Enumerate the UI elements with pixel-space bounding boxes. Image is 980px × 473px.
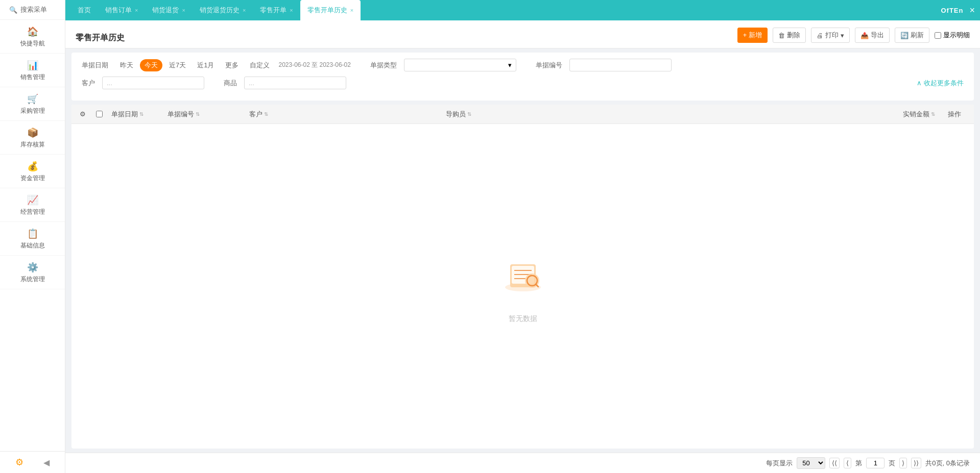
tab-sales-return-history[interactable]: 销货退货历史 × — [193, 0, 253, 20]
brand-label: OfTEn — [941, 7, 963, 14]
sidebar-item-operations[interactable]: 📈 经营管理 — [0, 188, 65, 222]
filter-area: 单据日期 昨天 今天 近7天 近1月 更多 自定义 2023-06-02 至 2… — [71, 53, 974, 101]
date-btn-yesterday[interactable]: 昨天 — [115, 59, 138, 71]
sidebar-bottom: ⚙ ◀ — [0, 451, 65, 473]
search-icon: 🔍 — [9, 6, 17, 14]
tab-sales-return-history-close[interactable]: × — [243, 7, 246, 13]
print-button[interactable]: 🖨 打印 ▾ — [811, 28, 850, 43]
th-op-label: 操作 — [948, 110, 961, 119]
th-num[interactable]: 单据编号 ⇅ — [163, 110, 245, 119]
nav-right: OfTEn × — [941, 5, 975, 16]
sidebar-item-inventory[interactable]: 📦 库存核算 — [0, 121, 65, 155]
th-client[interactable]: 客户 ⇅ — [245, 110, 442, 119]
sidebar-item-purchase-mgmt[interactable]: 🛒 采购管理 — [0, 87, 65, 121]
inventory-icon: 📦 — [27, 127, 38, 138]
tab-sales-return-history-label: 销货退货历史 — [200, 6, 240, 15]
sidebar-label-quick-nav: 快捷导航 — [20, 39, 45, 48]
empty-illustration — [497, 249, 548, 308]
table-header: ⚙ 单据日期 ⇅ 单据编号 ⇅ 客户 ⇅ 导购员 — [71, 105, 974, 124]
empty-svg — [497, 249, 548, 300]
display-detail-toggle[interactable]: 显示明细 — [935, 31, 970, 40]
refresh-icon: 🔄 — [900, 32, 909, 39]
date-btn-more[interactable]: 更多 — [221, 59, 243, 71]
th-settings[interactable]: ⚙ — [76, 110, 92, 118]
th-date-label: 单据日期 — [111, 110, 138, 119]
sidebar-item-quick-nav[interactable]: 🏠 快捷导航 — [0, 20, 65, 54]
date-btn-today[interactable]: 今天 — [140, 59, 162, 71]
next-page-btn[interactable]: ⟩ — [899, 458, 907, 468]
display-detail-checkbox[interactable] — [935, 32, 941, 39]
tab-sales-return-label: 销货退货 — [152, 6, 179, 15]
select-all-checkbox[interactable] — [96, 111, 103, 117]
tab-sales-return[interactable]: 销货退货 × — [145, 0, 192, 20]
th-client-label: 客户 — [249, 110, 262, 119]
bill-type-select[interactable]: ▾ — [404, 59, 516, 71]
sidebar-label-sys-mgmt: 系统管理 — [20, 275, 45, 284]
bill-num-input[interactable] — [569, 59, 672, 71]
delete-icon: 🗑 — [778, 32, 785, 39]
sidebar-item-basic-info[interactable]: 📋 基础信息 — [0, 222, 65, 256]
pagination: 每页显示 50 100 200 ⟨⟨ ⟨ 第 1 页 ⟩ ⟩⟩ 共0页, 0条记… — [65, 453, 980, 473]
settings-icon[interactable]: ⚙ — [15, 457, 23, 468]
sort-guide-icon: ⇅ — [467, 111, 471, 117]
print-dropdown-icon: ▾ — [841, 32, 844, 39]
collapse-sidebar-icon[interactable]: ◀ — [43, 458, 50, 467]
sidebar-item-finance[interactable]: 💰 资金管理 — [0, 155, 65, 188]
th-checkbox[interactable] — [92, 111, 107, 117]
th-date[interactable]: 单据日期 ⇅ — [107, 110, 163, 119]
print-icon: 🖨 — [817, 32, 823, 39]
tab-retail-history-close[interactable]: × — [350, 7, 353, 13]
page-input[interactable]: 1 — [866, 458, 885, 468]
nav-close-btn[interactable]: × — [969, 5, 975, 16]
th-num-label: 单据编号 — [168, 110, 194, 119]
bill-num-label: 单据编号 — [536, 61, 562, 70]
main-area: 首页 销售订单 × 销货退货 × 销货退货历史 × 零售开单 × 零售开单历史 … — [65, 0, 980, 473]
collapse-filter-btn[interactable]: ∧ 收起更多条件 — [917, 79, 964, 88]
page-header: 零售开单历史 + 新增 🗑 删除 🖨 打印 ▾ 📤 导出 🔄 — [65, 20, 980, 48]
date-btn-7days[interactable]: 近7天 — [164, 59, 190, 71]
goods-dots: ... — [249, 79, 254, 87]
delete-button[interactable]: 🗑 删除 — [773, 28, 806, 43]
export-button[interactable]: 📤 导出 — [855, 28, 890, 43]
basic-info-icon: 📋 — [27, 228, 38, 239]
tab-sales-order-close[interactable]: × — [135, 7, 138, 13]
th-guide[interactable]: 导购员 ⇅ — [442, 110, 503, 119]
tab-sales-order[interactable]: 销售订单 × — [98, 0, 145, 20]
th-amount[interactable]: 实销金额 ⇅ — [888, 110, 939, 119]
sidebar-search[interactable]: 🔍 搜索采单 — [0, 0, 65, 20]
tab-retail-open-close[interactable]: × — [290, 7, 293, 13]
sidebar-label-basic-info: 基础信息 — [20, 241, 45, 250]
tab-sales-return-close[interactable]: × — [182, 7, 185, 13]
sidebar-item-sales-mgmt[interactable]: 📊 销售管理 — [0, 54, 65, 87]
toolbar: + 新增 🗑 删除 🖨 打印 ▾ 📤 导出 🔄 刷新 — [737, 28, 970, 48]
chevron-up-icon: ∧ — [917, 79, 922, 87]
tab-retail-open[interactable]: 零售开单 × — [253, 0, 300, 20]
th-op: 操作 — [939, 110, 970, 119]
tab-retail-history[interactable]: 零售开单历史 × — [300, 0, 361, 20]
client-input[interactable]: ... — [102, 77, 204, 89]
sort-date-icon: ⇅ — [139, 111, 144, 117]
goods-label: 商品 — [224, 79, 237, 88]
page-title: 零售开单历史 — [76, 33, 125, 43]
goods-input[interactable]: ... — [244, 77, 346, 89]
first-page-btn[interactable]: ⟨⟨ — [829, 458, 840, 468]
sys-icon: ⚙️ — [27, 262, 38, 273]
home-icon: 🏠 — [27, 26, 38, 37]
bill-type-dropdown-icon: ▾ — [508, 61, 512, 69]
date-btn-custom[interactable]: 自定义 — [245, 59, 274, 71]
prev-page-btn[interactable]: ⟨ — [844, 458, 851, 468]
bill-type-label: 单据类型 — [370, 61, 397, 70]
refresh-button[interactable]: 🔄 刷新 — [895, 28, 929, 43]
add-button[interactable]: + 新增 — [737, 28, 768, 43]
date-btn-1month[interactable]: 近1月 — [193, 59, 219, 71]
per-page-select[interactable]: 50 100 200 — [797, 457, 825, 469]
sort-client-icon: ⇅ — [264, 111, 268, 117]
sidebar-item-sys-mgmt[interactable]: ⚙️ 系统管理 — [0, 256, 65, 289]
client-label: 客户 — [82, 79, 95, 88]
th-guide-label: 导购员 — [446, 110, 466, 119]
sort-num-icon: ⇅ — [196, 111, 200, 117]
finance-icon: 💰 — [27, 161, 38, 172]
last-page-btn[interactable]: ⟩⟩ — [911, 458, 921, 468]
date-range-display: 2023-06-02 至 2023-06-02 — [278, 61, 350, 69]
tab-home[interactable]: 首页 — [70, 0, 98, 20]
